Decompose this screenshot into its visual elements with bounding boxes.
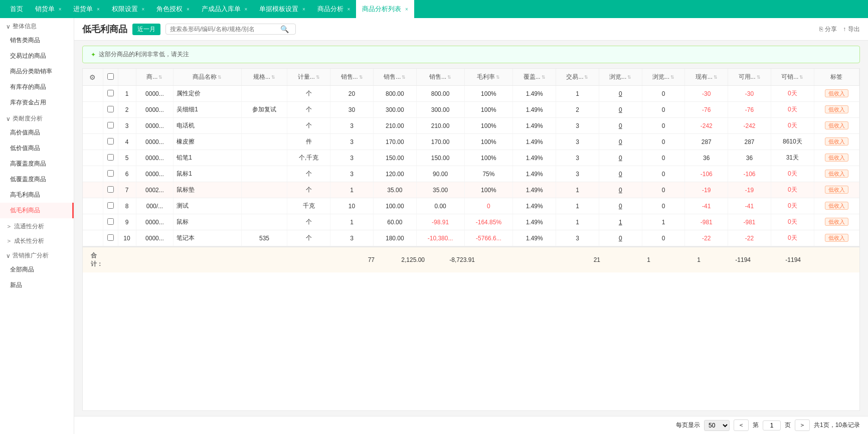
close-icon[interactable]: × xyxy=(245,7,248,12)
cell-checkbox[interactable] xyxy=(103,86,118,102)
close-icon[interactable]: × xyxy=(302,7,305,12)
col-name[interactable]: 商品名称⇅ xyxy=(173,69,241,86)
sidebar-item-low-margin[interactable]: 低毛利商品 xyxy=(0,203,74,218)
next-page-button[interactable]: ＞ xyxy=(795,419,810,431)
cell-browse1[interactable]: 0 xyxy=(599,166,642,182)
nav-goods-analysis[interactable]: 商品分析 × xyxy=(311,0,356,18)
close-icon[interactable]: × xyxy=(97,7,100,12)
col-sales-count[interactable]: 销售...⇅ xyxy=(330,69,374,86)
cell-browse1[interactable]: 0 xyxy=(599,118,642,134)
row-checkbox[interactable] xyxy=(107,138,114,144)
sidebar-item-sales-goods[interactable]: 销售类商品 xyxy=(0,33,74,48)
cell-checkbox[interactable] xyxy=(103,134,118,150)
col-code[interactable]: 商...⇅ xyxy=(136,69,173,86)
col-unit[interactable]: 计量...⇅ xyxy=(287,69,330,86)
col-sales-profit[interactable]: 销售...⇅ xyxy=(416,69,464,86)
sidebar-item-new-goods[interactable]: 新品 xyxy=(0,277,74,293)
cell-browse1[interactable]: 0 xyxy=(599,182,642,198)
cell-checkbox[interactable] xyxy=(103,118,118,134)
col-browse1[interactable]: 浏览...⇅ xyxy=(599,69,642,86)
col-browse2[interactable]: 浏览...⇅ xyxy=(642,69,685,86)
nav-home[interactable]: 首页 xyxy=(4,0,29,18)
sidebar-group-category[interactable]: ∨ 类耐度分析 xyxy=(0,110,74,125)
col-coverage[interactable]: 覆盖...⇅ xyxy=(513,69,556,86)
sidebar-group-flow[interactable]: ＞ 流通性分析 xyxy=(0,218,74,233)
sidebar-item-low-coverage[interactable]: 低覆盖度商品 xyxy=(0,172,74,187)
page-input[interactable] xyxy=(763,420,781,430)
col-saleable-stock[interactable]: 可销...⇅ xyxy=(771,69,814,86)
search-input[interactable] xyxy=(170,26,280,33)
col-spec[interactable]: 规格...⇅ xyxy=(241,69,287,86)
table-row: 5 0000... 铅笔1 个,千克 3 150.00 150.00 100% … xyxy=(83,150,859,166)
col-gross-margin[interactable]: 毛利率⇅ xyxy=(464,69,513,86)
nav-product-entry[interactable]: 产成品入库单 × xyxy=(196,0,253,18)
close-icon[interactable]: × xyxy=(59,7,62,12)
cell-browse1[interactable]: 0 xyxy=(599,86,642,102)
sidebar-group-growth[interactable]: ＞ 成长性分析 xyxy=(0,233,74,247)
col-current-stock[interactable]: 现有...⇅ xyxy=(685,69,728,86)
period-button[interactable]: 近一月 xyxy=(132,24,160,35)
prev-page-button[interactable]: ＜ xyxy=(734,419,749,431)
row-checkbox[interactable] xyxy=(107,218,114,225)
share-button[interactable]: ⎘ 分享 xyxy=(819,25,837,34)
col-available-stock[interactable]: 可用...⇅ xyxy=(728,69,771,86)
nav-sales[interactable]: 销货单 × xyxy=(29,0,67,18)
cell-browse1[interactable]: 0 xyxy=(599,198,642,214)
cell-checkbox[interactable] xyxy=(103,182,118,198)
cell-checkbox[interactable] xyxy=(103,166,118,182)
close-icon[interactable]: × xyxy=(187,7,190,12)
sidebar-item-all-goods[interactable]: 全部商品 xyxy=(0,262,74,277)
close-icon[interactable]: × xyxy=(142,7,145,12)
sidebar-group-overall[interactable]: ∨ 整体信息 xyxy=(0,18,74,33)
sidebar-item-low-value[interactable]: 低价值商品 xyxy=(0,140,74,156)
export-button[interactable]: ↑ 导出 xyxy=(843,25,860,34)
close-icon[interactable]: × xyxy=(405,7,408,12)
sidebar-item-category-rate[interactable]: 商品分类助销率 xyxy=(0,64,74,79)
cell-checkbox[interactable] xyxy=(103,230,118,246)
row-checkbox[interactable] xyxy=(107,170,114,177)
cell-browse1[interactable]: 0 xyxy=(599,102,642,118)
row-checkbox[interactable] xyxy=(107,202,114,209)
cell-sales-count: 3 xyxy=(330,134,374,150)
row-checkbox[interactable] xyxy=(107,186,114,193)
sidebar-item-high-value[interactable]: 高价值商品 xyxy=(0,125,74,140)
sidebar-item-high-coverage[interactable]: 高覆盖度商品 xyxy=(0,156,74,172)
nav-template[interactable]: 单据模板设置 × xyxy=(253,0,311,18)
nav-role[interactable]: 角色授权 × xyxy=(150,0,195,18)
cell-code: 0000... xyxy=(136,118,173,134)
select-all-checkbox[interactable] xyxy=(107,73,114,80)
sidebar-item-stocked-goods[interactable]: 有库存的商品 xyxy=(0,79,74,95)
cell-checkbox[interactable] xyxy=(103,102,118,118)
col-sales-amount[interactable]: 销售...⇅ xyxy=(373,69,416,86)
row-checkbox[interactable] xyxy=(107,106,114,112)
cell-browse1[interactable]: 1 xyxy=(599,214,642,230)
sidebar-item-high-margin[interactable]: 高毛利商品 xyxy=(0,187,74,203)
col-settings[interactable]: ⚙ xyxy=(83,69,103,86)
cell-browse2: 1 xyxy=(642,214,685,230)
row-checkbox[interactable] xyxy=(107,154,114,161)
cell-browse1[interactable]: 0 xyxy=(599,134,642,150)
page-title: 低毛利商品 xyxy=(82,23,127,35)
search-box[interactable]: 🔍 xyxy=(165,24,296,35)
sidebar-item-traded-goods[interactable]: 交易过的商品 xyxy=(0,48,74,64)
nav-purchase[interactable]: 进货单 × xyxy=(67,0,105,18)
cell-checkbox[interactable] xyxy=(103,198,118,214)
row-checkbox[interactable] xyxy=(107,90,114,96)
sidebar-item-stock-capital[interactable]: 库存资金占用 xyxy=(0,95,74,110)
per-page-select[interactable]: 50 100 200 xyxy=(704,420,730,431)
nav-permission[interactable]: 权限设置 × xyxy=(106,0,150,18)
cell-checkbox[interactable] xyxy=(103,150,118,166)
col-transaction[interactable]: 交易...⇅ xyxy=(556,69,599,86)
nav-goods-analysis-list[interactable]: 商品分析列表 × xyxy=(356,0,414,18)
close-icon[interactable]: × xyxy=(347,7,350,12)
row-checkbox[interactable] xyxy=(107,122,114,128)
table-container: ⚙ 商...⇅ 商品名称⇅ 规格...⇅ 计量...⇅ 销售...⇅ 销售...… xyxy=(82,68,860,411)
search-icon[interactable]: 🔍 xyxy=(280,25,289,33)
cell-browse1[interactable]: 0 xyxy=(599,230,642,246)
sidebar-group-marketing[interactable]: ∨ 营销推广分析 xyxy=(0,247,74,262)
col-select-all[interactable] xyxy=(103,69,118,86)
cell-coverage: 1.49% xyxy=(513,102,556,118)
row-checkbox[interactable] xyxy=(107,234,114,241)
cell-checkbox[interactable] xyxy=(103,214,118,230)
cell-browse1[interactable]: 0 xyxy=(599,150,642,166)
